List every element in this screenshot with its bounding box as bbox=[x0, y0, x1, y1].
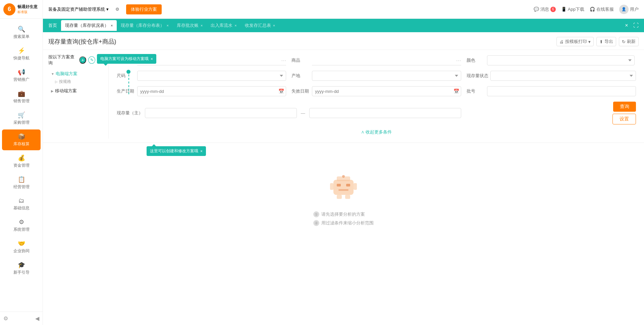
scheme-tooltip-close[interactable]: × bbox=[151, 57, 153, 61]
query-button[interactable]: 查询 bbox=[613, 102, 636, 112]
stock-min-input[interactable] bbox=[145, 108, 297, 118]
sidebar-item-inventory[interactable]: 📦 库存核算 bbox=[2, 129, 41, 150]
empty-state: ① 请先选择要分析的方案 ② 用过滤条件来缩小分析范围 bbox=[43, 143, 644, 254]
sidebar-item-purchase[interactable]: 🛒 采购管理 bbox=[2, 108, 41, 129]
color-select[interactable] bbox=[487, 55, 635, 65]
tab-inventory-dist[interactable]: 现存量（库存分布表） × bbox=[117, 20, 172, 31]
warehouse-dots[interactable]: ··· bbox=[281, 57, 286, 63]
collapse-arrow: ▶ bbox=[51, 89, 54, 93]
tab-close-in-out-flow[interactable]: × bbox=[234, 23, 236, 28]
tab-close-batch-ledger[interactable]: × bbox=[201, 23, 203, 28]
corp-icon: 🤝 bbox=[18, 240, 25, 247]
tab-close-all-btn[interactable]: × bbox=[623, 21, 631, 30]
tab-close-inventory-dist[interactable]: × bbox=[166, 23, 168, 28]
svg-rect-7 bbox=[354, 183, 357, 190]
sidebar-item-search[interactable]: 🔍 搜索菜单 bbox=[2, 22, 41, 43]
sidebar-item-corp[interactable]: 🤝 企业协同 bbox=[2, 236, 41, 257]
base-icon: 🗂 bbox=[18, 197, 24, 204]
produce-date-field: 生产日期 📅 bbox=[114, 85, 289, 98]
size-select[interactable] bbox=[137, 71, 286, 81]
origin-select[interactable] bbox=[312, 71, 461, 81]
sidebar-nav: 🔍 搜索菜单 ⚡ 快捷导航 📢 营销推广 💼 销售管理 🛒 采购管理 📦 库存核… bbox=[0, 19, 43, 312]
set-button[interactable]: 设置 bbox=[612, 114, 636, 124]
tab-close-collect-summary[interactable]: × bbox=[273, 23, 275, 28]
filter-section: 按以下方案查询 + ✎ ⬅ 电脑方案可设为移动方案哦 × bbox=[43, 50, 644, 143]
expire-date-calendar-icon[interactable]: 📅 bbox=[453, 89, 459, 94]
sidebar-item-quick[interactable]: ⚡ 快捷导航 bbox=[2, 44, 41, 64]
sidebar-item-guide[interactable]: 🎓 新手引导 bbox=[2, 258, 41, 279]
collapse-more-btn[interactable]: ∧ 收起更多条件 bbox=[114, 126, 639, 139]
system-name: 装备及固定资产辅助管理系统 bbox=[48, 6, 105, 12]
tab-collect-summary[interactable]: 收发存汇总表 × bbox=[241, 20, 279, 31]
tab-home[interactable]: 首页 bbox=[44, 20, 61, 31]
svg-rect-9 bbox=[345, 195, 350, 199]
add-scheme-btn[interactable]: + bbox=[79, 56, 86, 64]
produce-date-input[interactable] bbox=[137, 86, 286, 96]
goods-input[interactable]: ··· bbox=[312, 55, 461, 65]
scheme-sub-item[interactable]: ▷ 按规格 bbox=[48, 78, 104, 85]
tab-bar: 首页 现存量（库存状况表） × 现存量（库存分布表） × 库存批次账 × 出入库… bbox=[43, 19, 644, 32]
collapse-sidebar-btn[interactable]: ◀ bbox=[35, 315, 39, 322]
stock-max-input[interactable] bbox=[309, 108, 461, 118]
batch-no-input[interactable] bbox=[487, 86, 636, 96]
stock-status-select[interactable] bbox=[490, 71, 636, 81]
settings-bottom-btn[interactable]: ⚙ bbox=[3, 315, 8, 322]
scheme-tooltip-wrap: 电脑方案可设为移动方案哦 × bbox=[97, 54, 156, 64]
settings-btn[interactable]: ⚙ bbox=[113, 5, 122, 14]
logo-text: 畅通好生意 标准版 bbox=[17, 4, 38, 14]
scheme-item-mobile[interactable]: ▶ 移动端方案 bbox=[48, 87, 104, 95]
warehouse-input[interactable]: ··· bbox=[137, 55, 286, 65]
scheme-tree: ▼ 电脑端方案 ▷ 按规格 ▶ 移动端方案 bbox=[48, 68, 104, 97]
connector-line bbox=[128, 71, 129, 94]
svg-rect-6 bbox=[330, 183, 333, 190]
chevron-down-icon: ▾ bbox=[106, 7, 109, 12]
empty-hints: ① 请先选择要分析的方案 ② 用过滤条件来缩小分析范围 bbox=[313, 210, 374, 227]
sidebar-item-base[interactable]: 🗂 基础信息 bbox=[2, 194, 41, 214]
svg-rect-2 bbox=[346, 184, 350, 186]
size-field: 尺码 bbox=[114, 69, 289, 82]
svg-rect-3 bbox=[338, 189, 348, 191]
guide-icon: 🎓 bbox=[18, 261, 25, 269]
avatar: 👤 bbox=[619, 5, 629, 14]
tab-maximize-btn[interactable]: ⛶ bbox=[632, 21, 640, 30]
sidebar-item-system[interactable]: ⚙ 系统管理 bbox=[2, 215, 41, 236]
edit-tooltip-close[interactable]: × bbox=[200, 149, 203, 154]
refresh-btn[interactable]: ↻ 刷新 bbox=[619, 37, 639, 46]
svg-rect-1 bbox=[337, 184, 341, 186]
page-header: 现存量查询(按仓库+商品) 🖨 按模板打印 ▾ ⬆ 导出 ↻ 刷新 bbox=[43, 32, 644, 50]
scheme-item-desktop[interactable]: ▼ 电脑端方案 bbox=[48, 69, 104, 78]
system-selector[interactable]: 装备及固定资产辅助管理系统 ▾ bbox=[48, 6, 109, 12]
edit-scheme-btn[interactable]: ✎ bbox=[88, 56, 95, 64]
trial-button[interactable]: 体验行业方案 bbox=[126, 4, 162, 14]
online-service-btn[interactable]: 🎧 在线客服 bbox=[590, 6, 614, 12]
sidebar-item-operations[interactable]: 📋 经营管理 bbox=[2, 172, 41, 193]
sidebar-item-finance[interactable]: 💰 资金管理 bbox=[2, 151, 41, 172]
message-btn[interactable]: 💬 消息 6 bbox=[534, 6, 556, 12]
tab-batch-ledger[interactable]: 库存批次账 × bbox=[173, 20, 207, 31]
empty-illustration bbox=[327, 170, 360, 203]
filter-fields: 仓库 ··· 商品 ··· bbox=[109, 54, 639, 139]
expire-date-input[interactable] bbox=[312, 86, 461, 96]
empty-hint-1: ① 请先选择要分析的方案 bbox=[313, 210, 374, 219]
empty-hint-2: ② 用过滤条件来缩小分析范围 bbox=[313, 219, 374, 227]
tab-close-inventory-status[interactable]: × bbox=[111, 23, 113, 28]
goods-field: 商品 ··· bbox=[289, 54, 464, 67]
tab-bar-actions: × ⛶ bbox=[623, 21, 643, 30]
tab-inventory-status[interactable]: 现存量（库存状况表） × bbox=[61, 20, 117, 31]
logo-area: 6 畅通好生意 标准版 bbox=[0, 0, 43, 19]
print-template-btn[interactable]: 🖨 按模板打印 ▾ bbox=[556, 37, 594, 46]
header-left: 装备及固定资产辅助管理系统 ▾ ⚙ 体验行业方案 bbox=[48, 4, 162, 14]
logo-icon: 6 bbox=[3, 3, 15, 15]
app-download-btn[interactable]: 📱 App下载 bbox=[561, 6, 584, 12]
header-right: 💬 消息 6 📱 App下载 🎧 在线客服 👤 用户 bbox=[534, 5, 639, 14]
sidebar-item-sales[interactable]: 💼 销售管理 bbox=[2, 87, 41, 107]
goods-dots[interactable]: ··· bbox=[456, 57, 461, 63]
edit-tooltip: 这里可以创建和修改方案哦 × bbox=[147, 146, 206, 156]
tab-in-out-flow[interactable]: 出入库流水 × bbox=[207, 20, 240, 31]
sidebar-item-marketing[interactable]: 📢 营销推广 bbox=[2, 65, 41, 86]
stock-main-field: 现存量（主） — bbox=[114, 107, 464, 119]
purchase-icon: 🛒 bbox=[18, 111, 25, 119]
export-btn[interactable]: ⬆ 导出 bbox=[596, 37, 616, 46]
user-menu[interactable]: 👤 用户 bbox=[619, 5, 639, 14]
produce-date-calendar-icon[interactable]: 📅 bbox=[278, 89, 284, 94]
